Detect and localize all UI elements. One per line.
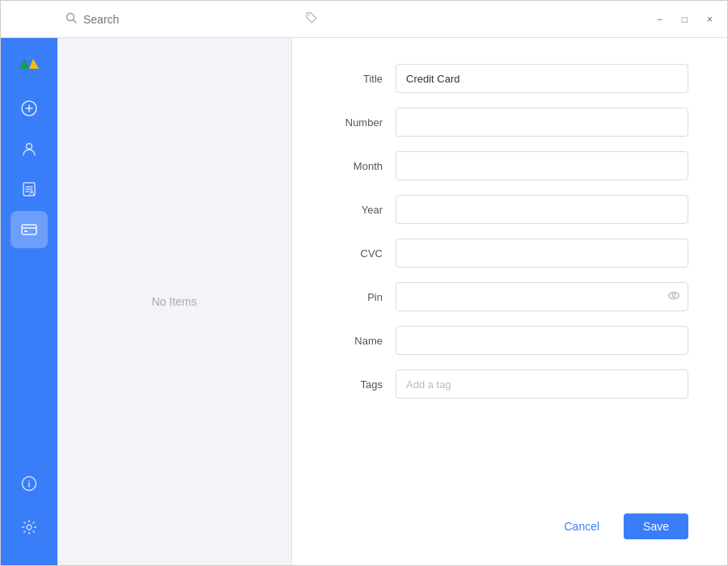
year-input[interactable] bbox=[396, 195, 688, 224]
sidebar-item-identity[interactable] bbox=[11, 130, 48, 167]
cvc-input[interactable] bbox=[396, 239, 688, 268]
form-row-title: Title bbox=[331, 64, 688, 93]
number-input[interactable] bbox=[396, 108, 688, 137]
month-input[interactable] bbox=[396, 151, 688, 180]
svg-marker-11 bbox=[25, 54, 33, 59]
form-row-year: Year bbox=[331, 195, 688, 224]
name-input[interactable] bbox=[396, 326, 688, 355]
svg-point-15 bbox=[27, 144, 32, 150]
label-number: Number bbox=[331, 116, 396, 129]
title-bar: − □ × bbox=[1, 1, 727, 38]
no-items-label: No Items bbox=[151, 295, 197, 308]
title-input[interactable] bbox=[396, 64, 688, 93]
year-input-wrap bbox=[396, 195, 688, 224]
sidebar-item-add[interactable] bbox=[11, 90, 48, 127]
form-row-number: Number bbox=[331, 108, 688, 137]
month-input-wrap bbox=[396, 151, 688, 180]
form-panel: Title Number Month bbox=[292, 38, 727, 565]
svg-point-28 bbox=[28, 480, 30, 482]
label-pin: Pin bbox=[331, 291, 396, 303]
save-button[interactable]: Save bbox=[624, 513, 688, 539]
svg-point-30 bbox=[669, 293, 679, 299]
pin-input-wrap bbox=[396, 282, 688, 311]
cvc-input-wrap bbox=[396, 239, 688, 268]
cancel-button[interactable]: Cancel bbox=[549, 513, 614, 539]
name-input-wrap bbox=[396, 326, 688, 355]
label-year: Year bbox=[331, 204, 396, 216]
label-cvc: CVC bbox=[331, 247, 396, 260]
sidebar-item-notes[interactable] bbox=[11, 171, 48, 208]
minimize-button[interactable]: − bbox=[652, 11, 667, 28]
form-row-month: Month bbox=[331, 151, 688, 180]
svg-point-31 bbox=[672, 294, 675, 298]
tag-icon bbox=[305, 11, 318, 27]
form-row-tags: Tags bbox=[331, 370, 688, 399]
sidebar bbox=[1, 38, 57, 565]
maximize-button[interactable]: □ bbox=[677, 11, 692, 28]
form-row-pin: Pin bbox=[331, 282, 688, 311]
sidebar-item-settings[interactable] bbox=[11, 509, 48, 546]
label-month: Month bbox=[331, 160, 396, 172]
label-title: Title bbox=[331, 73, 396, 85]
tags-input[interactable] bbox=[396, 370, 688, 399]
window-controls: − □ × bbox=[652, 11, 727, 28]
sidebar-item-info[interactable] bbox=[11, 465, 48, 502]
search-icon bbox=[66, 12, 77, 26]
title-input-wrap bbox=[396, 64, 688, 93]
search-input[interactable] bbox=[83, 13, 213, 26]
app-logo[interactable] bbox=[15, 48, 44, 77]
search-bar bbox=[66, 12, 292, 26]
sidebar-bottom bbox=[11, 465, 48, 555]
svg-point-29 bbox=[27, 525, 32, 530]
svg-line-1 bbox=[74, 20, 77, 23]
content-area: No Items Title Number bbox=[57, 38, 727, 565]
eye-icon[interactable] bbox=[667, 289, 680, 305]
form-actions: Cancel Save bbox=[331, 513, 688, 539]
form-row-cvc: CVC bbox=[331, 239, 688, 268]
label-name: Name bbox=[331, 335, 396, 347]
number-input-wrap bbox=[396, 108, 688, 137]
svg-point-2 bbox=[308, 15, 310, 16]
close-button[interactable]: × bbox=[702, 11, 717, 28]
svg-rect-25 bbox=[24, 230, 28, 232]
sidebar-item-cards[interactable] bbox=[11, 211, 48, 248]
label-tags: Tags bbox=[331, 378, 396, 391]
main-layout: No Items Title Number bbox=[1, 38, 727, 565]
svg-rect-23 bbox=[22, 225, 36, 234]
pin-input[interactable] bbox=[396, 282, 688, 311]
tags-input-wrap bbox=[396, 370, 688, 399]
form-row-name: Name bbox=[331, 326, 688, 355]
form-rows: Title Number Month bbox=[331, 64, 688, 504]
list-panel: No Items bbox=[57, 38, 292, 565]
